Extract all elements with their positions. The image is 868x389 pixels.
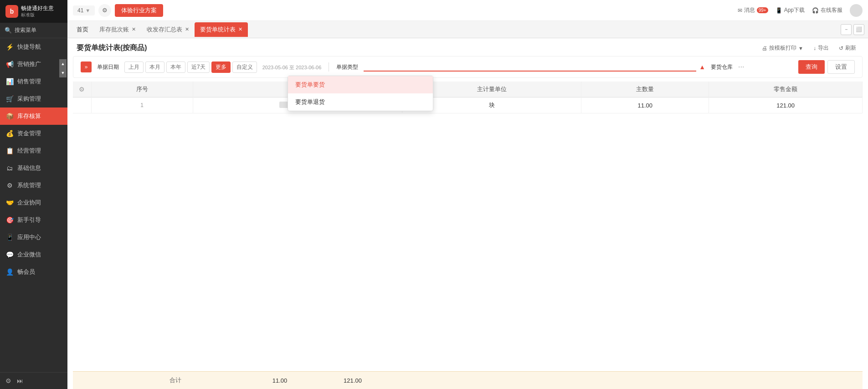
wechat-icon: 💬 <box>5 251 14 258</box>
sales-icon: 📊 <box>5 78 14 85</box>
filter-expand-btn[interactable]: » <box>81 61 92 72</box>
date-btn-7days[interactable]: 近7天 <box>187 61 210 73</box>
tab-home[interactable]: 首页 <box>71 22 94 37</box>
warehouse-filter-section: ··· <box>738 63 793 71</box>
date-shortcuts: 上月 本月 本年 近7天 更多 自定义 <box>124 61 257 73</box>
scroll-down-btn[interactable]: ▼ <box>59 68 67 77</box>
dropdown-arrow-icon: ▼ <box>85 8 90 13</box>
topbar: 41 ▼ ⚙ 体验行业方案 ✉ 消息 99+ 📱 App下载 🎧 在线客服 <box>67 0 868 21</box>
sidebar-item-purchase[interactable]: 🛒 采购管理 <box>0 90 67 107</box>
app-logo: b 畅捷通好生意 标准版 <box>0 0 67 23</box>
tab-requisition-stats[interactable]: 要货单统计表 ✕ <box>195 22 248 37</box>
tab-close-receive-summary[interactable]: ✕ <box>185 27 189 32</box>
search-icon: 🔍 <box>5 27 12 34</box>
sidebar-item-operation[interactable]: 📋 经营管理 <box>0 142 67 159</box>
dropdown-item-requisition-goods[interactable]: 要货单要货 <box>288 76 433 93</box>
online-service-btn[interactable]: 🎧 在线客服 <box>812 6 842 14</box>
sidebar-nav: ⚡ 快捷导航 📢 营销推广 📊 销售管理 🛒 采购管理 📦 库存核算 💰 资金管… <box>0 38 67 372</box>
sidebar-item-inventory[interactable]: 📦 库存核算 <box>0 107 67 125</box>
query-btn[interactable]: 查询 <box>798 60 825 74</box>
print-icon: 🖨 <box>762 45 767 51</box>
minimize-btn[interactable]: － <box>841 24 852 35</box>
message-badge: 99+ <box>757 7 768 13</box>
tab-close-requisition-stats[interactable]: ✕ <box>238 27 242 32</box>
collapse-icon[interactable]: ⏭ <box>17 377 23 384</box>
sidebar-item-wechat[interactable]: 💬 企业微信 <box>0 246 67 263</box>
footer-qty-val: 11.00 <box>262 377 298 384</box>
col-gear-icon[interactable]: ⚙ <box>79 86 85 93</box>
inventory-icon: 📦 <box>5 113 14 120</box>
page-title: 要货单统计表(按商品) <box>77 43 147 53</box>
sidebar-item-quick-nav[interactable]: ⚡ 快捷导航 <box>0 38 67 56</box>
page-actions: 🖨 按模板打印 ▼ ↓ 导出 ↺ 刷新 <box>759 43 859 53</box>
message-btn[interactable]: ✉ 消息 99+ <box>738 6 768 14</box>
data-table-wrapper: ⚙ 序号 商品 主计量单位 主数量 零售金额 1 <box>73 82 863 371</box>
sidebar-item-enterprise[interactable]: 🤝 企业协同 <box>0 194 67 211</box>
table-row: 1 块 11.00 121.00 <box>73 97 863 113</box>
date-filter-label: 单据日期 <box>97 63 119 71</box>
type-dropdown-btn[interactable]: ▲ <box>699 63 705 71</box>
table-header-row: ⚙ 序号 商品 主计量单位 主数量 零售金额 <box>73 82 863 97</box>
table-footer: 合计 11.00 121.00 <box>73 371 863 389</box>
dropdown-item-requisition-return[interactable]: 要货单退货 <box>288 93 433 111</box>
sidebar-scroll: ▲ ▼ <box>59 59 67 77</box>
industry-btn[interactable]: 体验行业方案 <box>115 4 163 17</box>
service-icon: 🎧 <box>812 7 819 14</box>
page-body: 要货单统计表(按商品) 🖨 按模板打印 ▼ ↓ 导出 ↺ 刷新 <box>67 38 868 389</box>
tab-close-inventory-batch[interactable]: ✕ <box>132 27 136 32</box>
topbar-left: 41 ▼ ⚙ 体验行业方案 <box>73 4 163 17</box>
sidebar: b 畅捷通好生意 标准版 🔍 搜索菜单 ⚡ 快捷导航 📢 营销推广 📊 销售管理… <box>0 0 67 389</box>
row-settings-cell <box>73 97 91 113</box>
date-btn-this-year[interactable]: 本年 <box>166 61 185 73</box>
export-icon: ↓ <box>813 45 816 51</box>
refresh-icon: ↺ <box>839 45 843 51</box>
refresh-btn[interactable]: ↺ 刷新 <box>836 43 859 53</box>
type-filter-input[interactable] <box>364 62 696 72</box>
warehouse-filter-label: 要货仓库 <box>711 63 733 71</box>
sidebar-item-marketing[interactable]: 📢 营销推广 <box>0 56 67 73</box>
date-btn-custom[interactable]: 自定义 <box>232 61 257 73</box>
data-table: ⚙ 序号 商品 主计量单位 主数量 零售金额 1 <box>73 82 863 113</box>
warehouse-more-btn[interactable]: ··· <box>738 63 744 71</box>
sidebar-item-system[interactable]: ⚙ 系统管理 <box>0 177 67 194</box>
system-icon: ⚙ <box>5 182 14 189</box>
footer-total-label: 合计 <box>169 376 181 384</box>
col-qty-header: 主数量 <box>581 82 709 97</box>
print-btn[interactable]: 🖨 按模板打印 ▼ <box>759 43 806 53</box>
finance-icon: 💰 <box>5 130 14 137</box>
maximize-btn[interactable]: ⬜ <box>853 24 864 35</box>
expand-icon: » <box>85 64 88 70</box>
col-num-header: 序号 <box>91 82 193 97</box>
main-content: 41 ▼ ⚙ 体验行业方案 ✉ 消息 99+ 📱 App下载 🎧 在线客服 <box>67 0 868 389</box>
type-filter-label: 单据类型 <box>336 63 358 71</box>
logo-text: 畅捷通好生意 标准版 <box>21 5 54 18</box>
filter-separator <box>329 62 329 72</box>
settings-btn[interactable]: 设置 <box>827 60 855 74</box>
row-num-cell: 1 <box>91 97 193 113</box>
sidebar-item-sales[interactable]: 📊 销售管理 <box>0 73 67 90</box>
page-header: 要货单统计表(按商品) 🖨 按模板打印 ▼ ↓ 导出 ↺ 刷新 <box>67 38 868 56</box>
topbar-gear-btn[interactable]: ⚙ <box>98 4 111 17</box>
scroll-up-btn[interactable]: ▲ <box>59 59 67 68</box>
tab-receive-summary[interactable]: 收发存汇总表 ✕ <box>141 22 195 37</box>
date-range-display: 2023-05-06 至 2023-06-06 <box>262 63 322 71</box>
user-avatar[interactable] <box>850 4 863 17</box>
sidebar-item-basic[interactable]: 🗂 基础信息 <box>0 159 67 177</box>
store-number: 41 <box>77 7 83 14</box>
date-btn-more[interactable]: 更多 <box>211 61 231 73</box>
sidebar-item-apps[interactable]: 📱 应用中心 <box>0 229 67 246</box>
app-download-btn[interactable]: 📱 App下载 <box>776 6 805 14</box>
tab-inventory-batch[interactable]: 库存批次账 ✕ <box>94 22 141 37</box>
sidebar-item-finance[interactable]: 💰 资金管理 <box>0 125 67 142</box>
search-menu[interactable]: 🔍 搜索菜单 <box>0 23 67 38</box>
enterprise-icon: 🤝 <box>5 199 14 206</box>
export-btn[interactable]: ↓ 导出 <box>811 43 832 53</box>
sidebar-item-member[interactable]: 👤 畅会员 <box>0 263 67 281</box>
date-btn-prev-month[interactable]: 上月 <box>124 61 144 73</box>
sidebar-item-guide[interactable]: 🎯 新手引导 <box>0 211 67 229</box>
store-selector[interactable]: 41 ▼ <box>73 5 95 15</box>
settings-icon[interactable]: ⚙ <box>5 377 11 384</box>
footer-totals: 11.00 121.00 <box>189 377 371 384</box>
filter-actions: 查询 设置 <box>798 60 855 74</box>
date-btn-this-month[interactable]: 本月 <box>145 61 164 73</box>
